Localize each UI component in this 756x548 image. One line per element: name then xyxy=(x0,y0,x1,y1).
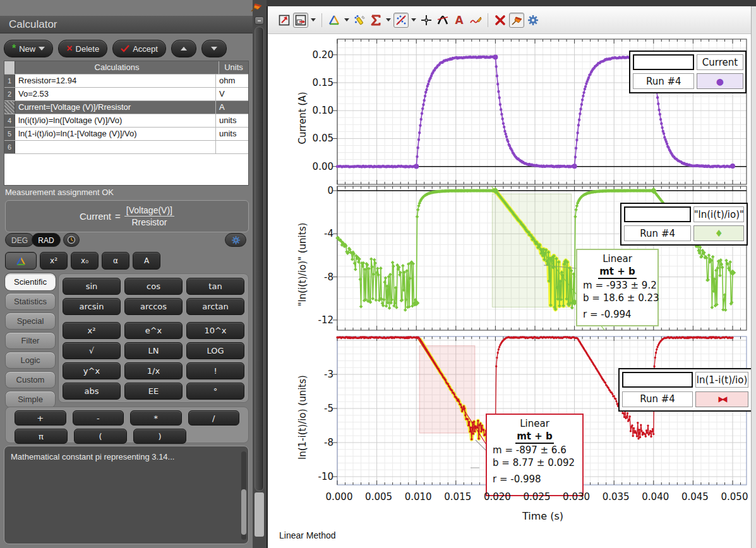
function-key[interactable]: ° xyxy=(186,383,244,400)
insert-button[interactable]: x₀ xyxy=(71,252,99,270)
keypad-categories: ScientificStatisticsSpecialFilterLogicCu… xyxy=(5,273,56,410)
accept-calculation-button[interactable]: Accept xyxy=(112,40,166,57)
panel-scrollbar-track[interactable] xyxy=(255,492,264,537)
right-scroll-strip[interactable] xyxy=(751,6,756,548)
legend-measurement-label[interactable]: "ln(i(t)/io)" xyxy=(693,206,744,222)
description-scrollbar-thumb[interactable] xyxy=(241,489,246,535)
function-key[interactable]: 10^x xyxy=(186,322,244,339)
legend-run-label[interactable]: Run #4 xyxy=(633,73,694,89)
legend-measurement-label[interactable]: ln(1-i(t)/io) xyxy=(695,372,748,388)
x-tick-label: 0.040 xyxy=(640,491,671,503)
operator-key[interactable]: ) xyxy=(133,429,186,444)
calculation-units[interactable]: units xyxy=(216,128,248,140)
legend-swatch[interactable]: ♦ xyxy=(693,225,744,241)
data-picker-triangle-button[interactable] xyxy=(5,252,37,270)
calculation-row[interactable]: 1 Rresistor=12.94 ohm xyxy=(4,74,248,88)
function-key[interactable]: arccos xyxy=(124,298,183,315)
legend-run-selector-cell[interactable] xyxy=(622,372,693,388)
x-tick-label: 0.010 xyxy=(403,491,433,503)
calculation-expression[interactable] xyxy=(15,141,216,153)
function-key[interactable]: 1/x xyxy=(124,362,183,379)
calculation-units[interactable]: V xyxy=(216,88,248,100)
legend-run-label[interactable]: Run #4 xyxy=(622,391,693,407)
fit-b-value: b = 18.6 ± 0.23 xyxy=(583,292,652,304)
legend-ln-i-over-io[interactable]: "ln(i(t)/io)" Run #4 ♦ xyxy=(620,203,748,246)
operator-key[interactable]: - xyxy=(73,410,124,426)
calculation-row[interactable]: 2 Vo=2.53 V xyxy=(4,88,248,101)
function-key[interactable]: ! xyxy=(186,362,244,379)
operator-key[interactable]: π xyxy=(15,429,68,444)
description-scrollbar[interactable] xyxy=(241,451,246,540)
calculation-expression[interactable]: Current=[Voltage (V)]/Rresistor xyxy=(15,101,216,114)
keypad-category-custom[interactable]: Custom xyxy=(5,371,56,388)
function-key[interactable]: LN xyxy=(124,342,183,359)
panel-scrollbar-thumb[interactable] xyxy=(255,27,264,491)
legend-measurement-label[interactable]: Current xyxy=(697,54,743,70)
calculator-settings-button[interactable] xyxy=(225,233,246,247)
function-key[interactable]: EE xyxy=(124,383,183,400)
formula-denominator: Rresistor xyxy=(131,217,167,227)
delete-calculation-button[interactable]: × Delete xyxy=(58,40,107,57)
keypad-category-scientific[interactable]: Scientific xyxy=(5,273,56,290)
fit-b-value: b = 8.77 ± 0.092 xyxy=(493,457,577,468)
calculation-row[interactable]: 4 ln(i(t)/io)=ln([Voltage (V)]/Vo) units xyxy=(4,114,248,128)
page-tab-label[interactable]: Linear Method xyxy=(279,530,336,540)
insert-button[interactable]: A xyxy=(133,252,160,270)
move-down-button[interactable] xyxy=(201,40,227,57)
calculation-units[interactable]: A xyxy=(216,101,248,114)
keypad-category-filter[interactable]: Filter xyxy=(5,332,56,349)
function-key[interactable]: sin xyxy=(63,278,121,295)
move-up-button[interactable] xyxy=(171,40,196,57)
timer-mode-button[interactable] xyxy=(63,233,80,247)
legend-ln-1-minus-i-over-io[interactable]: ln(1-i(t)/io) Run #4 ▶◀ xyxy=(618,368,752,412)
x-tick-label: 0.050 xyxy=(719,491,750,503)
legend-swatch[interactable]: ▶◀ xyxy=(695,391,748,407)
scrollbar-up-button[interactable] xyxy=(255,16,264,25)
function-key[interactable]: arcsin xyxy=(63,298,121,315)
function-key[interactable]: LOG xyxy=(186,342,244,359)
deg-mode-button[interactable]: DEG xyxy=(5,233,34,247)
calculation-row[interactable]: 5 ln(1-i(t)/io)=ln(1-[Voltage (V)]/Vo) u… xyxy=(4,128,248,141)
linear-fit-annotation-green[interactable]: Linear mt + b m = -933 ± 9.2 b = 18.6 ± … xyxy=(576,249,659,326)
function-key[interactable]: x² xyxy=(63,322,121,339)
function-key[interactable]: e^x xyxy=(124,322,183,339)
calculation-units[interactable] xyxy=(216,141,248,153)
legend-run-selector-cell[interactable] xyxy=(633,54,694,70)
keypad-category-statistics[interactable]: Statistics xyxy=(5,293,56,310)
operator-key[interactable]: * xyxy=(130,410,182,426)
function-key[interactable]: y^x xyxy=(63,362,121,379)
calculation-expression[interactable]: ln(i(t)/io)=ln([Voltage (V)]/Vo) xyxy=(15,114,216,127)
new-calculation-button[interactable]: * New xyxy=(4,40,53,57)
fit-r-value: r = -0.994 xyxy=(583,309,652,320)
operator-key[interactable]: ( xyxy=(74,429,127,444)
function-key[interactable]: arctan xyxy=(186,298,244,315)
x-tick-label: 0.005 xyxy=(364,491,394,503)
legend-run-selector-cell[interactable] xyxy=(624,206,691,222)
x-tick-label: 0.030 xyxy=(561,491,592,503)
legend-swatch[interactable]: ● xyxy=(697,73,743,89)
legend-run-label[interactable]: Run #4 xyxy=(624,225,691,241)
operator-key[interactable]: + xyxy=(15,410,66,426)
keypad-category-special[interactable]: Special xyxy=(5,313,56,330)
operator-key[interactable]: / xyxy=(188,410,240,426)
linear-fit-annotation-red[interactable]: Linear mt + b m = -897 ± 6.6 b = 8.77 ± … xyxy=(486,414,584,496)
insert-button[interactable]: x² xyxy=(40,252,68,270)
calculator-panel-title: Calculator xyxy=(0,16,253,33)
calculation-expression[interactable]: Rresistor=12.94 xyxy=(15,74,216,87)
calculation-row[interactable]: 6 xyxy=(4,141,248,154)
calculation-units[interactable]: units xyxy=(216,114,248,127)
insert-button[interactable]: α xyxy=(102,252,129,270)
function-key[interactable]: tan xyxy=(186,278,244,295)
pin-icon[interactable] xyxy=(249,1,264,14)
calculation-row[interactable]: Current=[Voltage (V)]/Rresistor A xyxy=(4,101,248,114)
legend-current[interactable]: Current Run #4 ● xyxy=(629,51,747,93)
function-key[interactable]: cos xyxy=(124,278,183,295)
function-key[interactable]: √ xyxy=(63,342,121,359)
function-key[interactable]: abs xyxy=(63,383,121,400)
keypad-category-logic[interactable]: Logic xyxy=(5,352,56,369)
calculation-units[interactable]: ohm xyxy=(216,74,248,87)
keypad-category-simple[interactable]: Simple xyxy=(5,391,56,408)
calculation-expression[interactable]: ln(1-i(t)/io)=ln(1-[Voltage (V)]/Vo) xyxy=(15,128,216,140)
rad-mode-button[interactable]: RAD xyxy=(32,233,61,247)
calculation-expression[interactable]: Vo=2.53 xyxy=(15,88,216,100)
